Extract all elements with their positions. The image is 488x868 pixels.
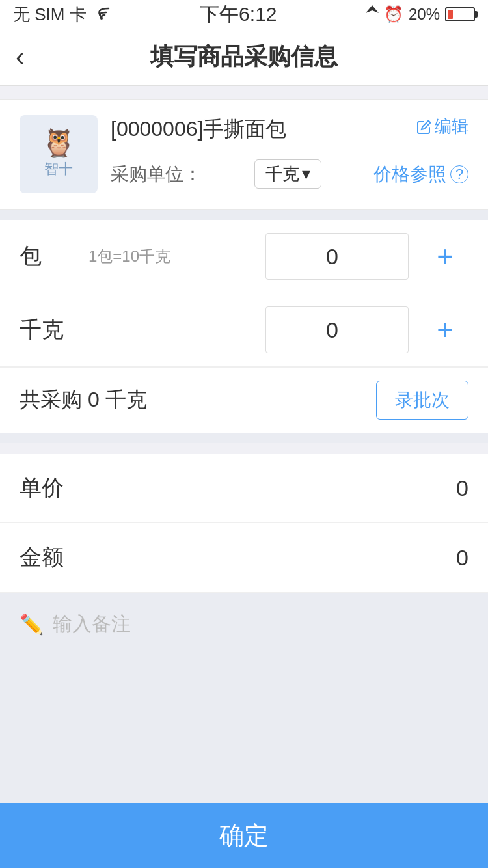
product-logo: 🦉 [42, 129, 75, 157]
info-section: 单价 0 金额 0 [0, 454, 488, 593]
product-image: 🦉 智十 [20, 115, 98, 193]
status-right: ⏰ 20% [366, 5, 475, 23]
bao-input[interactable] [265, 233, 409, 280]
remark-placeholder: 输入备注 [53, 611, 131, 638]
product-info: [0000006]手撕面包 编辑 采购单位： 千克 ▾ 价格参照 ? [111, 115, 468, 189]
input-section: 包 1包=10千克 + 千克 + [0, 220, 488, 367]
status-left: 无 SIM 卡 [13, 3, 111, 26]
svg-point-0 [100, 17, 103, 20]
summary-label: 共采购 [20, 388, 82, 411]
price-ref-icon: ? [450, 165, 468, 183]
kg-input[interactable] [265, 306, 409, 353]
section-divider-2 [0, 433, 488, 443]
page-title: 填写商品采购信息 [150, 41, 338, 73]
amount-label: 金额 [20, 543, 64, 573]
battery-icon [445, 7, 475, 21]
summary-qty: 0 [88, 388, 100, 411]
kg-input-row: 千克 + [0, 293, 488, 367]
edit-button[interactable]: 编辑 [416, 115, 468, 138]
alarm-icon: ⏰ [384, 5, 403, 23]
edit-label: 编辑 [435, 115, 468, 138]
confirm-label: 确定 [219, 819, 269, 852]
location-icon [366, 5, 379, 23]
dropdown-icon: ▾ [302, 164, 310, 184]
summary-row: 共采购 0 千克 录批次 [0, 367, 488, 433]
status-time: 下午6:12 [200, 1, 277, 28]
price-ref-button[interactable]: 价格参照 ? [373, 162, 468, 187]
bao-label: 包 [20, 241, 72, 271]
unit-value: 千克 [265, 163, 299, 185]
svg-marker-1 [366, 5, 379, 13]
wifi-icon [92, 5, 111, 25]
amount-row: 金额 0 [0, 523, 488, 593]
batch-button[interactable]: 录批次 [376, 381, 468, 420]
batch-label: 录批次 [395, 390, 450, 410]
remark-icon: ✏️ [20, 613, 44, 636]
summary-text: 共采购 0 千克 [20, 386, 147, 414]
confirm-button[interactable]: 确定 [0, 803, 488, 868]
summary-unit: 千克 [105, 388, 147, 411]
unit-label: 采购单位： [111, 162, 202, 187]
remark-section[interactable]: ✏️ 输入备注 [0, 593, 488, 656]
kg-label: 千克 [20, 315, 72, 345]
battery-percent: 20% [409, 5, 440, 23]
back-button[interactable]: ‹ [16, 42, 24, 72]
bao-input-row: 包 1包=10千克 + [0, 220, 488, 293]
bao-hint: 1包=10千克 [88, 246, 170, 267]
unit-dropdown[interactable]: 千克 ▾ [254, 159, 321, 189]
kg-plus-button[interactable]: + [422, 306, 468, 353]
section-divider-1 [0, 210, 488, 220]
carrier-label: 无 SIM 卡 [13, 3, 87, 26]
product-logo-label: 智十 [44, 159, 73, 179]
bao-plus-button[interactable]: + [422, 233, 468, 280]
status-bar: 无 SIM 卡 下午6:12 ⏰ 20% [0, 0, 488, 29]
product-full-name: [0000006]手撕面包 [111, 115, 286, 144]
price-value: 0 [456, 476, 468, 501]
price-row: 单价 0 [0, 454, 488, 523]
product-card: 🦉 智十 [0000006]手撕面包 编辑 采购单位： 千克 ▾ [0, 99, 488, 210]
amount-value: 0 [456, 545, 468, 571]
nav-bar: ‹ 填写商品采购信息 [0, 29, 488, 86]
price-ref-label: 价格参照 [373, 162, 446, 187]
price-label: 单价 [20, 473, 64, 503]
